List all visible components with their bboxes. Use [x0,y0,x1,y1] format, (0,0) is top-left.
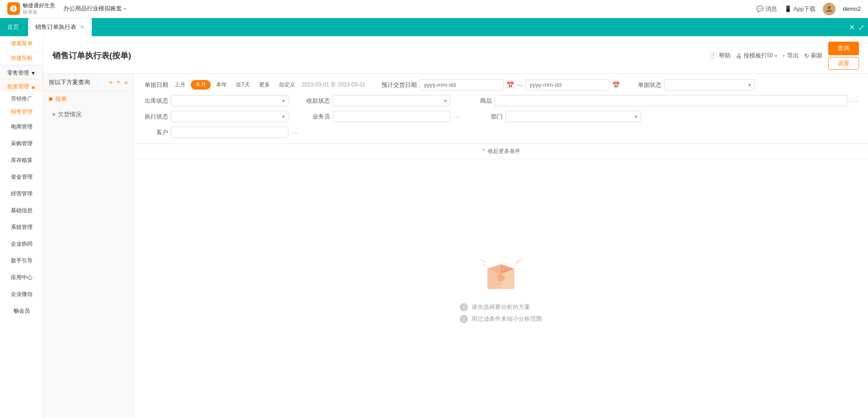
tab-bar-right: ✕ ⤢ [849,23,868,32]
page-title: 销售订单执行表(按单) [52,50,131,61]
sidebar-search[interactable]: 搜索菜单 [0,36,43,52]
filter-area: 单据日期 上月 本月 本年 近7天 更多 自定义 2023-03-01 至 20… [134,74,868,144]
sidebar-item-finance[interactable]: 资金管理 [0,169,43,185]
step-num-2: 2 [460,315,468,323]
expected-date-to[interactable] [525,79,609,90]
goods-input[interactable] [495,95,848,106]
empty-steps: 1 请先选择要分析的方案 2 用过滤条件来缩小分析范围 [460,303,542,327]
query-button[interactable]: 查询 [828,42,859,55]
sidebar-item-wechat[interactable]: 企业微信 [0,286,43,303]
department-control: 部门 [477,111,859,122]
print-label: 按模板打印 [744,52,773,60]
goods-more-icon[interactable]: ··· [851,97,859,104]
sidebar-item-ecommerce[interactable]: 电商管理 [0,119,43,135]
nav-selector[interactable]: 办公用品行业模拟账套 ▾ [60,5,130,13]
date-tab-more[interactable]: 更多 [255,80,274,90]
solution-header: 按以下方案查询 + « [43,74,133,91]
solution-title: 按以下方案查询 [49,78,90,86]
solution-add-btn[interactable]: + [109,79,113,86]
date-tab-custom[interactable]: 自定义 [275,80,299,90]
header-actions: ? 帮助 🖨 按模板打印 ▾ ↑ 导出 ↻ 刷新 查询 [710,42,859,70]
page-header: 销售订单执行表(按单) ? 帮助 🖨 按模板打印 ▾ ↑ 导出 ↻ 刷新 [43,36,868,74]
calendar-to-icon[interactable]: 📅 [612,81,620,89]
top-bar: 畅捷通好生意 标准版 办公用品行业模拟账套 ▾ 💬 消息 📱 App下载 dem… [0,0,868,18]
date-tab-last-month[interactable]: 上月 [171,80,189,90]
refresh-btn[interactable]: ↻ 刷新 [804,52,823,60]
solution-item-欠货情况[interactable]: 欠货情况 [43,107,133,122]
salesperson-more-icon[interactable]: ··· [453,113,461,120]
sales-mgmt-label: 销售管理 [11,109,33,115]
salesperson-input[interactable] [333,111,450,122]
message-label: 消息 [765,5,777,13]
sidebar-item-enterprise[interactable]: 企业协同 [0,236,43,252]
date-tab-this-month[interactable]: 本月 [191,80,211,90]
marketing-label: 营销推广 [11,95,33,102]
setup-button[interactable]: 设置 [828,57,859,70]
help-label: 帮助 [719,52,731,60]
step-1-text: 请先选择要分析的方案 [472,303,530,311]
help-icon: ? [710,52,717,59]
salesperson-label: 业务员 [305,113,330,121]
execution-select[interactable] [171,111,288,122]
print-btn[interactable]: 🖨 按模板打印 ▾ [736,52,777,60]
empty-state: ✦ ✦ 1 请先选择要分析的方案 2 用过滤条件来缩小分析范围 [134,159,868,418]
solution-label-欠货情况: 欠货情况 [58,110,81,119]
close-all-icon[interactable]: ✕ [849,23,855,32]
collapse-bar[interactable]: ⌃ 收起更多条件 [134,144,868,159]
solution-item-按单[interactable]: 按单 [43,91,133,107]
operations-label: 经营管理 [11,190,33,198]
retail-arrow: ▼ [31,70,36,76]
sidebar-item-purchase[interactable]: 采购管理 [0,135,43,152]
sidebar-item-newbie[interactable]: 新手引导 [0,252,43,269]
sidebar-item-sales-mgmt[interactable]: 销售管理 [0,105,43,119]
sidebar-item-marketing[interactable]: 营销推广 [0,92,43,105]
help-btn[interactable]: ? 帮助 [710,52,731,60]
date-tab-this-year[interactable]: 本年 [212,80,231,90]
solution-collapse-btn[interactable]: « [124,79,128,86]
sidebar-item-basic-info[interactable]: 基础信息 [0,202,43,219]
sidebar-item-app-center[interactable]: 应用中心 [0,269,43,286]
solution-edit-btn[interactable] [115,79,122,86]
customer-input[interactable] [171,127,288,138]
empty-step-1: 1 请先选择要分析的方案 [460,303,542,311]
sidebar-item-system[interactable]: 系统管理 [0,219,43,236]
tab-sales-execution[interactable]: 销售订单执行表 ✕ [28,18,92,36]
refresh-icon: ↻ [804,52,809,59]
sidebar-item-wholesale[interactable]: 批发管理 ▲ [0,79,43,92]
export-btn[interactable]: ↑ 导出 [783,52,799,60]
sidebar-item-operations[interactable]: 经营管理 [0,185,43,202]
svg-point-1 [118,81,119,83]
avatar[interactable] [823,3,835,15]
department-select[interactable] [505,111,641,122]
calendar-from-icon[interactable]: 📅 [506,81,514,89]
nav-title: 办公用品行业模拟账套 [63,5,122,13]
body-area: 按以下方案查询 + « 按单 欠货情况 [43,74,868,418]
svg-point-5 [497,274,505,281]
expand-icon[interactable]: ⤢ [859,23,864,32]
sidebar-quick[interactable]: 快捷导航 [0,52,43,65]
expected-date-from[interactable] [420,79,504,90]
message-icon: 💬 [756,5,764,12]
retail-label: 零售管理 [7,69,29,77]
print-icon: 🖨 [736,52,742,59]
date-tab-last7[interactable]: 近7天 [232,80,254,90]
svg-line-3 [481,260,485,262]
tab-home[interactable]: 首页 [0,18,26,36]
date-label: 单据日期 [143,81,168,89]
tab-sales-label: 销售订单执行表 [35,23,76,31]
sidebar-item-retail[interactable]: 零售管理 ▼ [0,65,43,79]
app-download-action[interactable]: 📱 App下载 [784,5,816,13]
sidebar-item-member[interactable]: 畅会员 [0,303,43,319]
date-dash: — [517,81,523,88]
status-select[interactable] [664,79,755,90]
svg-text:✦: ✦ [515,261,519,265]
message-action[interactable]: 💬 消息 [756,5,777,13]
empty-illustration: ✦ ✦ [478,251,524,296]
payment-select[interactable] [333,95,450,106]
status-select-wrapper [664,79,755,90]
shipment-select[interactable] [171,95,288,106]
sidebar-item-inventory[interactable]: 库存核算 [0,152,43,169]
app-icon: 📱 [784,5,792,12]
tab-close-icon[interactable]: ✕ [80,24,85,30]
customer-more-icon[interactable]: ··· [291,129,299,136]
